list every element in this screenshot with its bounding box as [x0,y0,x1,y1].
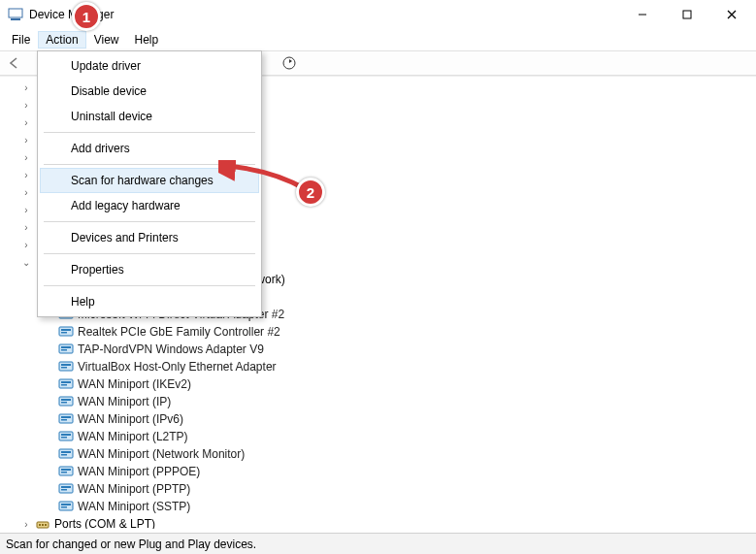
tree-item[interactable]: WAN Miniport (SSTP) [6,498,750,515]
tree-item-label[interactable]: WAN Miniport (SSTP) [78,500,190,513]
network-adapter-icon [58,499,74,514]
svg-rect-29 [61,416,71,418]
tree-item[interactable]: TAP-NordVPN Windows Adapter V9 [6,341,750,358]
svg-rect-24 [61,384,67,386]
svg-rect-17 [61,346,71,348]
svg-rect-13 [59,327,73,336]
svg-rect-49 [45,524,47,526]
menu-disable-device[interactable]: Disable device [40,79,259,104]
menu-separator [44,253,255,254]
back-icon[interactable] [4,52,25,74]
tree-item[interactable]: WAN Miniport (Network Monitor) [6,445,750,463]
tree-item-label[interactable]: WAN Miniport (IP) [78,395,171,408]
menu-add-legacy[interactable]: Add legacy hardware [40,193,259,218]
tree-item-label[interactable]: WAN Miniport (IPv6) [78,412,183,426]
svg-rect-16 [59,344,73,353]
tree-item[interactable]: WAN Miniport (IKEv2) [6,375,750,393]
tree-item-label[interactable]: VirtualBox Host-Only Ethernet Adapter [78,360,277,374]
expand-chevron-icon[interactable]: › [19,82,33,93]
maximize-button[interactable] [665,0,709,29]
expand-chevron-icon[interactable]: › [19,222,33,233]
expand-chevron-icon[interactable]: › [19,100,33,111]
tree-item-label[interactable]: TAP-NordVPN Windows Adapter V9 [78,342,264,356]
tree-item[interactable]: WAN Miniport (IPv6) [6,410,750,428]
svg-rect-42 [61,489,67,491]
svg-rect-36 [61,454,67,456]
expand-chevron-icon[interactable]: › [19,152,33,163]
tree-category-label[interactable]: Ports (COM & LPT) [54,517,155,529]
menu-scan-hardware[interactable]: Scan for hardware changes [40,168,259,193]
menu-separator [44,221,255,222]
svg-rect-32 [61,434,71,436]
expand-chevron-icon[interactable]: › [19,117,33,128]
svg-rect-25 [59,397,73,406]
svg-rect-23 [61,381,71,383]
collapse-chevron-icon[interactable]: ⌄ [19,257,33,268]
expand-chevron-icon[interactable]: › [19,519,33,530]
svg-rect-37 [59,467,73,475]
menu-uninstall-device[interactable]: Uninstall device [40,104,259,129]
annotation-badge-1: 1 [72,2,101,31]
minimize-button[interactable] [620,0,665,29]
annotation-badge-2: 2 [296,178,325,207]
menu-help[interactable]: Help [127,31,167,49]
network-adapter-icon [58,411,74,427]
menu-separator [44,164,255,165]
tree-item[interactable]: WAN Miniport (PPPOE) [6,463,750,480]
menu-devices-printers[interactable]: Devices and Printers [40,225,259,250]
menu-action[interactable]: Action [38,31,85,49]
tree-item-label[interactable]: Realtek PCIe GbE Family Controller #2 [78,325,280,339]
status-text: Scan for changed or new Plug and Play de… [6,538,256,551]
network-adapter-icon [58,464,74,479]
expand-chevron-icon[interactable]: › [19,170,33,180]
svg-rect-35 [61,451,71,453]
svg-rect-33 [61,437,67,439]
svg-rect-20 [61,364,71,366]
network-adapter-icon [58,376,74,392]
svg-rect-40 [59,484,73,493]
tree-category-ports[interactable]: ›Ports (COM & LPT) [6,515,750,529]
svg-rect-44 [61,504,71,505]
svg-rect-14 [61,329,71,331]
expand-chevron-icon[interactable]: › [19,187,33,198]
tree-item-label[interactable]: WAN Miniport (L2TP) [78,430,188,443]
tree-item-label[interactable]: WAN Miniport (PPTP) [78,482,190,496]
tree-item-label[interactable]: WAN Miniport (IKEv2) [78,377,191,391]
menu-separator [44,285,255,286]
svg-rect-39 [61,472,67,473]
svg-rect-30 [61,419,67,421]
svg-rect-34 [59,449,73,458]
tree-item[interactable]: WAN Miniport (PPTP) [6,480,750,498]
menu-add-drivers[interactable]: Add drivers [40,136,259,161]
tree-item-label[interactable]: WAN Miniport (Network Monitor) [78,447,245,461]
svg-rect-31 [59,432,73,440]
expand-chevron-icon[interactable]: › [19,205,33,215]
svg-rect-0 [9,9,22,17]
tree-item[interactable]: VirtualBox Host-Only Ethernet Adapter [6,358,750,375]
menu-update-driver[interactable]: Update driver [40,53,259,79]
close-button[interactable] [709,0,754,29]
svg-rect-26 [61,399,71,401]
svg-rect-48 [42,524,44,526]
expand-chevron-icon[interactable]: › [19,135,33,146]
svg-rect-41 [61,486,71,488]
svg-rect-15 [61,332,67,334]
expand-chevron-icon[interactable]: › [19,240,33,250]
tree-item[interactable]: WAN Miniport (L2TP) [6,428,750,445]
menu-view[interactable]: View [86,31,127,49]
menu-help-item[interactable]: Help [40,289,259,314]
app-icon [8,7,23,22]
svg-rect-19 [59,362,73,371]
tree-item[interactable]: Realtek PCIe GbE Family Controller #2 [6,323,750,341]
scan-hardware-icon[interactable] [279,52,300,74]
menu-separator [44,132,255,133]
svg-rect-18 [61,349,67,351]
menu-properties[interactable]: Properties [40,257,259,282]
svg-rect-45 [61,506,67,508]
tree-item-label[interactable]: WAN Miniport (PPPOE) [78,465,200,478]
svg-rect-28 [59,414,73,423]
menu-file[interactable]: File [4,31,38,49]
tree-item[interactable]: WAN Miniport (IP) [6,393,750,410]
network-adapter-icon [58,342,74,357]
svg-rect-22 [59,379,73,388]
